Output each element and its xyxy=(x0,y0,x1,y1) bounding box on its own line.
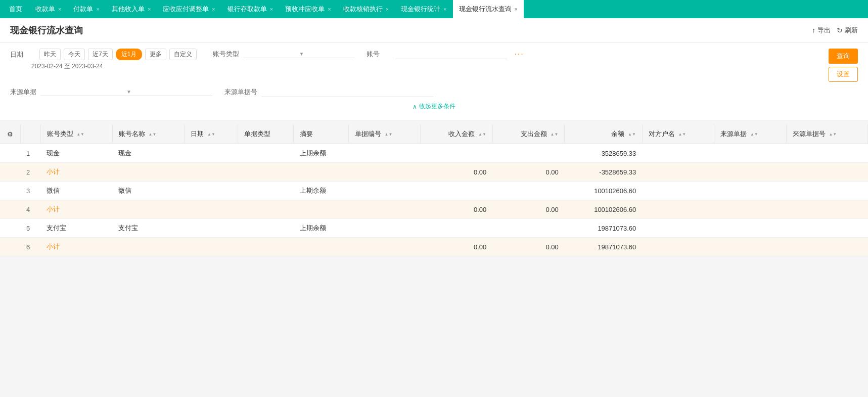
th-date[interactable]: 日期 ▲▼ xyxy=(185,124,238,144)
td-doc-no xyxy=(348,144,420,163)
td-date xyxy=(185,163,238,182)
account-input[interactable] xyxy=(396,49,507,59)
td-source-doc xyxy=(714,182,786,200)
td-index: 5 xyxy=(20,219,40,238)
td-summary: 上期余额 xyxy=(294,219,349,238)
td-doc-type xyxy=(238,219,293,238)
date-custom[interactable]: 自定义 xyxy=(169,49,197,60)
close-icon[interactable]: × xyxy=(386,6,389,12)
nav-tab-shoukuandan[interactable]: 收款单 × xyxy=(29,0,67,18)
td-doc-no xyxy=(348,219,420,238)
date-options: 昨天 今天 近7天 近1月 更多 自定义 xyxy=(39,49,197,60)
export-icon: ↑ xyxy=(812,26,815,34)
td-income: 0.00 xyxy=(421,200,492,219)
nav-tab-shoukuanxiaoxiao[interactable]: 收款核销执行 × xyxy=(337,0,395,18)
td-account-type: 微信 xyxy=(40,182,112,200)
refresh-button[interactable]: ↻ 刷新 xyxy=(837,26,858,35)
close-icon[interactable]: × xyxy=(443,6,446,12)
th-source-doc[interactable]: 来源单据 ▲▼ xyxy=(714,124,786,144)
td-account-name xyxy=(112,163,184,182)
date-yesterday[interactable]: 昨天 xyxy=(39,49,61,60)
date-1month[interactable]: 近1月 xyxy=(116,49,143,60)
date-today[interactable]: 今天 xyxy=(64,49,85,60)
td-balance: 100102606.60 xyxy=(565,182,643,200)
td-counterpart xyxy=(642,238,714,256)
close-icon[interactable]: × xyxy=(58,6,61,12)
nav-tab-yinhangcunqu[interactable]: 银行存取款单 × xyxy=(221,0,279,18)
account-label: 账号 xyxy=(367,50,392,59)
settings-gear-icon[interactable]: ⚙ xyxy=(7,130,13,138)
th-settings[interactable]: ⚙ xyxy=(0,124,20,144)
td-account-type: 现金 xyxy=(40,144,112,163)
nav-tab-liushui[interactable]: 现金银行流水查询 × xyxy=(453,0,524,18)
th-balance[interactable]: 余额 ▲▼ xyxy=(565,124,643,144)
td-index: 6 xyxy=(20,238,40,256)
close-icon[interactable]: × xyxy=(515,6,518,12)
collapse-up-icon: ∧ xyxy=(413,103,417,110)
account-text-input[interactable] xyxy=(399,50,504,58)
td-source-doc-no xyxy=(786,200,867,219)
th-source-doc-no[interactable]: 来源单据号 ▲▼ xyxy=(786,124,867,144)
td-date xyxy=(185,182,238,200)
filter-area: 日期 昨天 今天 近7天 近1月 更多 自定义 2023-02-24 至 202… xyxy=(0,42,868,120)
td-account-type: 支付宝 xyxy=(40,219,112,238)
td-doc-type xyxy=(238,144,293,163)
td-income xyxy=(421,144,492,163)
account-type-label: 账号类型 xyxy=(213,50,239,59)
table-row: 4小计0.000.00100102606.60 xyxy=(0,200,868,219)
td-source-doc-no xyxy=(786,238,867,256)
td-doc-type xyxy=(238,182,293,200)
close-icon[interactable]: × xyxy=(96,6,99,12)
export-button[interactable]: ↑ 导出 xyxy=(812,26,831,35)
td-income: 0.00 xyxy=(421,163,492,182)
close-icon[interactable]: × xyxy=(148,6,151,12)
td-source-doc xyxy=(714,144,786,163)
source-doc-no-text-input[interactable] xyxy=(264,88,430,96)
top-navigation: 首页 收款单 × 付款单 × 其他收入单 × 应收应付调整单 × 银行存取款单 … xyxy=(0,0,868,18)
date-7days[interactable]: 近7天 xyxy=(88,49,113,60)
th-income[interactable]: 收入金额 ▲▼ xyxy=(421,124,492,144)
nav-home[interactable]: 首页 xyxy=(2,0,29,18)
td-source-doc-no xyxy=(786,144,867,163)
close-icon[interactable]: × xyxy=(212,6,215,12)
sort-icon: ▲▼ xyxy=(384,133,392,137)
sort-icon: ▲▼ xyxy=(750,133,758,137)
th-expense[interactable]: 支出金额 ▲▼ xyxy=(492,124,564,144)
sort-icon: ▲▼ xyxy=(207,133,215,137)
th-counterpart[interactable]: 对方户名 ▲▼ xyxy=(642,124,714,144)
settings-button[interactable]: 设置 xyxy=(829,67,858,82)
table-row: 3微信微信上期余额100102606.60 xyxy=(0,182,868,200)
table-body: 1现金现金上期余额-3528659.332小计0.000.00-3528659.… xyxy=(0,144,868,256)
table-header-row: ⚙ 账号类型 ▲▼ 账号名称 ▲▼ 日期 ▲▼ 单据类型 摘要 单 xyxy=(0,124,868,144)
refresh-icon: ↻ xyxy=(837,26,843,34)
td-summary: 上期余额 xyxy=(294,182,349,200)
td-income xyxy=(421,182,492,200)
th-account-type[interactable]: 账号类型 ▲▼ xyxy=(40,124,112,144)
nav-tab-xianjinyinhang[interactable]: 现金银行统计 × xyxy=(395,0,452,18)
account-dots-button[interactable]: ··· xyxy=(511,49,527,60)
td-account-name xyxy=(112,238,184,256)
td-counterpart xyxy=(642,182,714,200)
close-icon[interactable]: × xyxy=(328,6,331,12)
nav-tab-fukuandan[interactable]: 付款单 × xyxy=(67,0,105,18)
date-more[interactable]: 更多 xyxy=(145,49,166,60)
nav-tab-yushou[interactable]: 预收冲应收单 × xyxy=(279,0,337,18)
td-doc-no xyxy=(348,200,420,219)
td-summary: 上期余额 xyxy=(294,144,349,163)
td-balance: 100102606.60 xyxy=(565,200,643,219)
nav-tab-qitashouru[interactable]: 其他收入单 × xyxy=(106,0,157,18)
nav-tab-yingshouyingfu[interactable]: 应收应付调整单 × xyxy=(157,0,221,18)
source-doc-select[interactable]: ▼ xyxy=(40,88,212,96)
td-account-type: 小计 xyxy=(40,163,112,182)
close-icon[interactable]: × xyxy=(270,6,273,12)
th-doc-no[interactable]: 单据编号 ▲▼ xyxy=(348,124,420,144)
account-type-select[interactable]: ▼ xyxy=(243,50,354,58)
td-account-name xyxy=(112,200,184,219)
th-account-name[interactable]: 账号名称 ▲▼ xyxy=(112,124,184,144)
source-doc-no-input[interactable] xyxy=(261,87,433,97)
page-title: 现金银行流水查询 xyxy=(10,24,83,36)
td-date xyxy=(185,238,238,256)
collapse-bar[interactable]: ∧ 收起更多条件 xyxy=(10,99,858,114)
query-button[interactable]: 查询 xyxy=(829,49,858,64)
td-balance: 19871073.60 xyxy=(565,219,643,238)
